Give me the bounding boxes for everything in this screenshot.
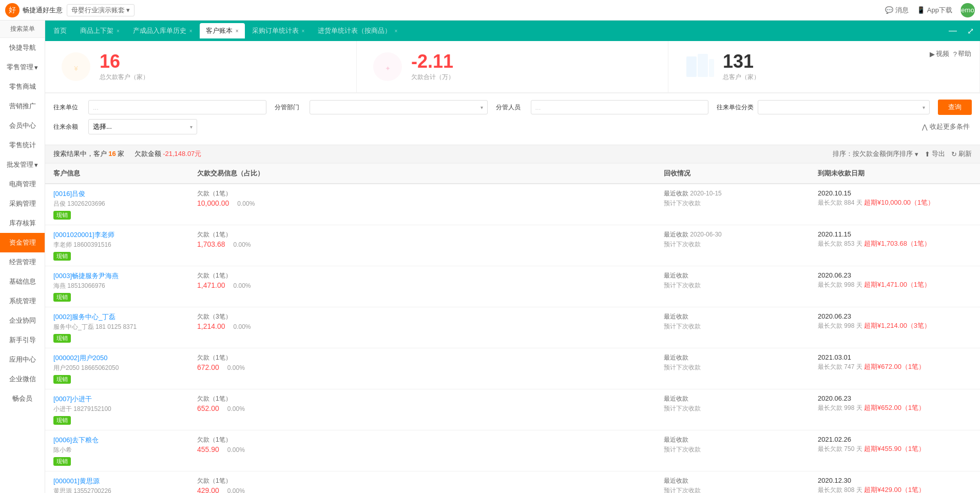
tab-close-products-history[interactable]: × bbox=[189, 28, 193, 34]
filter-row-2: 往来余额 选择... ▾ ⋀ 收起更多条件 bbox=[53, 119, 972, 134]
table-row: [0016]吕俊 吕俊 13026203696 现销 欠款（1笔） 10,000… bbox=[45, 184, 980, 225]
content-area: 首页 商品上下架 × 产成品入库单历史 × 客户账本 × 采购订单统计表 × bbox=[45, 21, 980, 493]
refresh-button[interactable]: ↻ 刷新 bbox=[951, 149, 972, 159]
filter-item-manager: 分管人员 ... bbox=[496, 100, 709, 114]
sidebar-item-system[interactable]: 系统管理 bbox=[0, 291, 45, 311]
help-button[interactable]: ? 帮助 bbox=[953, 49, 971, 58]
th-recovery: 回收情况 bbox=[664, 169, 818, 178]
overdue-link-3[interactable]: 超期¥1,214.00（3笔） bbox=[864, 322, 931, 329]
message-button[interactable]: 💬 消息 bbox=[885, 6, 909, 15]
customer-name-5[interactable]: [0007]小进干 bbox=[53, 395, 197, 404]
customer-name-4[interactable]: [000002]用户2050 bbox=[53, 353, 197, 363]
sidebar-item-vip[interactable]: 畅会员 bbox=[0, 389, 45, 408]
tab-close-products-online[interactable]: × bbox=[117, 28, 120, 34]
overdue-link-0[interactable]: 超期¥10,000.00（1笔） bbox=[864, 199, 934, 206]
customer-info-4: [000002]用户2050 用户2050 18665062050 现销 bbox=[53, 353, 197, 384]
tab-purchase-summary[interactable]: 采购订单统计表 × bbox=[246, 23, 311, 38]
customer-name-0[interactable]: [0016]吕俊 bbox=[53, 189, 197, 199]
sidebar-item-newbie[interactable]: 新手引导 bbox=[0, 330, 45, 350]
filter-manager-input[interactable]: ... bbox=[531, 100, 709, 114]
customer-tag-4: 现销 bbox=[53, 375, 71, 384]
sidebar-item-marketing[interactable]: 营销推广 bbox=[0, 96, 45, 116]
tab-minimize-button[interactable]: — bbox=[945, 24, 961, 38]
sidebar-item-base-info[interactable]: 基础信息 bbox=[0, 272, 45, 291]
sidebar-item-retail-shop[interactable]: 零售商城 bbox=[0, 77, 45, 96]
filter-category-select[interactable]: ▾ bbox=[758, 100, 930, 114]
recovery-info-1: 最近收款 2020-06-30 预计下次收款 bbox=[664, 230, 818, 249]
customer-info-1: [0001020001]李老师 李老师 18600391516 现销 bbox=[53, 230, 197, 261]
overdue-link-7[interactable]: 超期¥429.00（1笔） bbox=[864, 486, 925, 493]
debt-info-6: 欠款（1笔） 455.90 0.00% bbox=[197, 436, 664, 455]
customer-name-6[interactable]: [0006]去下粮仓 bbox=[53, 436, 197, 445]
tab-products-history[interactable]: 产成品入库单历史 × bbox=[127, 23, 199, 38]
customer-tag-2: 现销 bbox=[53, 293, 71, 302]
total-customers-count: 131 bbox=[723, 52, 760, 71]
tab-home[interactable]: 首页 bbox=[47, 23, 73, 38]
sidebar-item-operations[interactable]: 经营管理 bbox=[0, 252, 45, 272]
export-button[interactable]: ⬆ 导出 bbox=[925, 149, 945, 159]
app-download-button[interactable]: 📱 App下载 bbox=[917, 6, 952, 15]
user-avatar[interactable]: demo2 bbox=[960, 3, 975, 17]
overdue-link-4[interactable]: 超期¥672.00（1笔） bbox=[864, 363, 925, 370]
svg-text:¥: ¥ bbox=[73, 65, 78, 72]
tab-maximize-button[interactable]: ⤢ bbox=[963, 24, 978, 38]
debt-total-info: -2.11 欠款合计（万） bbox=[411, 52, 454, 82]
stats-row: ¥ 16 总欠款客户（家） ✦ bbox=[45, 41, 980, 92]
sidebar-item-retail-mgmt[interactable]: 零售管理▾ bbox=[0, 57, 45, 77]
tab-close-purchase-summary[interactable]: × bbox=[302, 28, 305, 34]
sidebar-item-finance[interactable]: 资金管理 bbox=[0, 233, 45, 252]
sidebar-item-app-center[interactable]: 应用中心 bbox=[0, 350, 45, 369]
debt-info-0: 欠款（1笔） 10,000.00 0.00% bbox=[197, 189, 664, 208]
overdue-link-2[interactable]: 超期¥1,471.00（1笔） bbox=[864, 281, 931, 288]
overdue-link-6[interactable]: 超期¥455.90（1笔） bbox=[864, 445, 925, 452]
sort-selector[interactable]: 排序：按欠款金额倒序排序 ▾ bbox=[833, 149, 918, 159]
customer-meta-5: 小进干 18279152100 bbox=[53, 405, 197, 413]
sidebar-item-wechat-work[interactable]: 企业微信 bbox=[0, 369, 45, 389]
overdue-link-1[interactable]: 超期¥1,703.68（1笔） bbox=[864, 240, 931, 247]
page-content: ¥ 16 总欠款客户（家） ✦ bbox=[45, 41, 980, 493]
sidebar-item-batch-mgmt[interactable]: 批发管理▾ bbox=[0, 155, 45, 174]
table-row: [0003]畅捷服务尹海燕 海燕 18513066976 现销 欠款（1笔） 1… bbox=[45, 266, 980, 307]
sidebar-item-enterprise[interactable]: 企业协同 bbox=[0, 311, 45, 330]
customer-info-6: [0006]去下粮仓 陈小希 现销 bbox=[53, 436, 197, 466]
tab-customer-account[interactable]: 客户账本 × bbox=[200, 23, 245, 38]
sidebar-item-retail-stat[interactable]: 零售统计 bbox=[0, 135, 45, 155]
search-button[interactable]: 查询 bbox=[938, 100, 972, 115]
sidebar-item-member[interactable]: 会员中心 bbox=[0, 116, 45, 135]
customer-tag-1: 现销 bbox=[53, 252, 71, 261]
tab-purchase-product[interactable]: 进货单统计表（按商品） × bbox=[312, 23, 403, 38]
customer-name-3[interactable]: [0002]服务中心_丁磊 bbox=[53, 312, 197, 322]
due-info-5: 2020.06.23 最长欠款 998 天 超期¥652.00（1笔） bbox=[818, 395, 972, 412]
filter-unit-label: 往来单位 bbox=[53, 103, 84, 112]
filter-unit-input[interactable]: ... bbox=[88, 100, 266, 114]
sidebar-search[interactable]: 搜索菜单 bbox=[0, 21, 45, 38]
overdue-link-5[interactable]: 超期¥652.00（1笔） bbox=[864, 404, 925, 411]
sidebar-item-shortcut[interactable]: 快捷导航 bbox=[0, 38, 45, 57]
customer-name-2[interactable]: [0003]畅捷服务尹海燕 bbox=[53, 271, 197, 281]
sidebar-item-purchase[interactable]: 采购管理 bbox=[0, 194, 45, 213]
table-row: [000001]黄思源 黄思源 13552700226 现销 欠款（1笔） 42… bbox=[45, 471, 980, 493]
customer-info-7: [000001]黄思源 黄思源 13552700226 现销 bbox=[53, 477, 197, 493]
sidebar-item-inventory[interactable]: 库存核算 bbox=[0, 213, 45, 233]
collapse-filter-button[interactable]: ⋀ 收起更多条件 bbox=[920, 120, 972, 133]
filter-balance-select[interactable]: 选择... ▾ bbox=[88, 119, 197, 134]
debt-info-3: 欠款（3笔） 1,214.00 0.00% bbox=[197, 312, 664, 331]
customer-name-7[interactable]: [000001]黄思源 bbox=[53, 477, 197, 486]
debt-total-label: 欠款合计（万） bbox=[411, 73, 454, 82]
industry-selector[interactable]: 母婴行业演示账套 ▾ bbox=[67, 4, 134, 16]
debtors-label: 总欠款客户（家） bbox=[100, 73, 149, 82]
customer-name-1[interactable]: [0001020001]李老师 bbox=[53, 230, 197, 240]
filter-dept-select[interactable]: ▾ bbox=[310, 100, 488, 114]
svg-rect-5 bbox=[698, 54, 708, 77]
total-customers-info: 131 总客户（家） bbox=[723, 52, 760, 82]
tab-products-online[interactable]: 商品上下架 × bbox=[74, 23, 126, 38]
sidebar-item-ecommerce[interactable]: 电商管理 bbox=[0, 174, 45, 194]
customer-meta-7: 黄思源 13552700226 bbox=[53, 487, 197, 493]
th-due: 到期未收款日期 bbox=[818, 169, 972, 178]
tab-close-purchase-product[interactable]: × bbox=[394, 28, 397, 34]
tab-bar: 首页 商品上下架 × 产成品入库单历史 × 客户账本 × 采购订单统计表 × bbox=[45, 21, 980, 41]
tab-close-customer-account[interactable]: × bbox=[236, 28, 239, 34]
data-table: 客户信息 欠款交易信息（占比） 回收情况 到期未收款日期 [0016]吕俊 吕俊… bbox=[45, 164, 980, 493]
stat-card-actions: ▶ 视频 ? 帮助 bbox=[930, 49, 971, 58]
video-button[interactable]: ▶ 视频 bbox=[930, 49, 949, 58]
